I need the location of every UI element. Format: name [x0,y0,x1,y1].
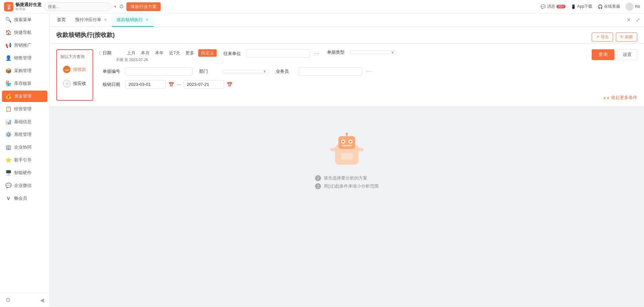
date-tabs: 上月 本月 本年 近7天 更多 自定义 [125,49,217,57]
message-btn[interactable]: 💬 消息 99+ [541,4,566,9]
filter-row-1: 日期 上月 本月 本年 近7天 更多 自定义 [103,49,637,62]
user-name: Rit [635,4,640,9]
top-bar-actions: 💬 消息 99+ 📱 App下载 🎧 在线客服 Rit [541,3,640,11]
counterpart-input[interactable] [246,49,310,58]
sidebar-item-hardware[interactable]: 🖥️ 智能硬件 [0,166,49,179]
collapse-panel-btn[interactable]: 《 [96,50,103,57]
sidebar-item-finance[interactable]: 💰 资金管理 [2,91,47,102]
verify-date-end-input[interactable] [184,80,224,89]
sidebar-bottom: ⚙ ◀ [0,293,49,307]
sidebar-item-basic[interactable]: 📊 基础信息 [0,115,49,128]
search-input[interactable] [44,2,111,11]
sidebar-item-system[interactable]: ⚙️ 系统管理 [0,128,49,141]
date-tab-7days[interactable]: 近7天 [168,49,181,57]
tab-home-label: 首页 [57,17,66,23]
sidebar-item-guide[interactable]: ⭐ 新手引导 [0,154,49,166]
query-method-panel: 按以下方查询 💳 按收款 ⊙ 按应收 [56,49,93,101]
refresh-icon: ↻ [620,35,624,39]
verify-date-start-input[interactable] [125,80,166,89]
empty-text: 1 请先选择要分析的方案 2 用[过滤]条件来缩小分析范围 [315,175,378,189]
vip-icon: V [5,196,11,201]
counterpart-label: 往来单位 [223,51,244,57]
counterpart-ellipsis[interactable]: ··· [313,50,320,57]
doctype-select[interactable]: ▾ [350,51,397,54]
date-tab-this-year[interactable]: 本年 [154,49,165,57]
docnum-input[interactable] [125,67,193,75]
tab-prepay-close[interactable]: ✕ [103,17,107,22]
sidebar-item-operations[interactable]: 📋 经营管理 [0,103,49,115]
filter-with-panel: 按以下方查询 💳 按收款 ⊙ 按应收 《 [56,49,637,101]
user-profile-btn[interactable]: Rit [626,3,640,11]
home-icon: 🏠 [5,30,11,36]
search-dropdown-icon[interactable]: ▾ [114,4,116,9]
sidebar-item-purchase[interactable]: 📦 采购管理 [0,64,49,77]
setting-btn[interactable]: 设置 [617,49,637,60]
sidebar-collapse-icon[interactable]: ◀ [40,297,44,303]
tab-home[interactable]: 首页 [52,13,70,27]
guide-icon: ⭐ [5,157,11,163]
filter-row-2: 单据编号 部门 ▾ [103,67,637,75]
date-tab-this-month[interactable]: 本月 [140,49,151,57]
page-header-actions: ↗ 导出 ↻ 刷新 [592,33,637,42]
date-tab-more[interactable]: 更多 [184,49,196,57]
marketing-icon: 📢 [5,42,11,48]
tab-close-all-icon[interactable]: ✕ [625,15,632,24]
sidebar-item-quick-nav[interactable]: 🏠 快捷导航 [0,26,49,39]
calendar-end-icon[interactable]: 📅 [227,82,232,87]
sidebar-item-marketing[interactable]: 📢 营销推广 [0,39,49,52]
svg-point-5 [350,141,352,143]
basic-icon: 📊 [5,119,11,125]
dept-filter: 部门 ▾ [199,68,269,74]
collapse-more-btn[interactable]: ∧∧ 收起更多条件 [603,95,637,101]
online-service-btn[interactable]: 🎧 在线客服 [598,4,620,9]
sidebar-label-purchase: 采购管理 [14,68,32,74]
sidebar-label-quick-nav: 快捷导航 [14,30,32,36]
query-method-by-receipt[interactable]: 💳 按收款 [60,64,89,75]
filter-area: 按以下方查询 💳 按收款 ⊙ 按应收 《 [50,44,644,106]
svg-rect-1 [338,136,355,149]
date-tab-custom[interactable]: 自定义 [198,49,217,57]
sidebar-item-wechat[interactable]: 💬 企业微信 [0,179,49,192]
tab-prepay[interactable]: 预付冲应付单 ✕ [70,13,112,27]
page-title: 收款核销执行(按收款) [56,31,115,43]
collapse-more-label: 收起更多条件 [611,95,637,101]
sidebar-item-vip[interactable]: V 畅会员 [0,192,49,205]
query-btn[interactable]: 查询 [592,49,614,60]
sidebar-settings-icon[interactable]: ⚙ [5,296,11,304]
tab-prepay-label: 预付冲应付单 [75,17,101,23]
export-label: 导出 [601,34,609,40]
svg-point-8 [346,133,348,135]
docnum-label: 单据编号 [103,68,123,74]
query-method-by-payable[interactable]: ⊙ 按应收 [60,78,89,89]
dept-select[interactable]: ▾ [222,70,269,73]
search-icon: 🔍 [5,17,11,23]
empty-hint-1: 1 请先选择要分析的方案 [315,175,378,181]
calendar-start-icon[interactable]: 📅 [168,82,174,87]
sidebar-item-inventory[interactable]: 🏪 库存核算 [0,77,49,90]
app-download-btn[interactable]: 📱 App下载 [571,4,592,9]
industry-btn[interactable]: 体验行业方案 [126,2,161,11]
date-tab-last-month[interactable]: 上月 [125,49,137,57]
operations-icon: 📋 [5,106,11,112]
sidebar-label-vip: 畅会员 [14,195,27,201]
robot-svg [328,133,365,170]
payable-method-icon: ⊙ [63,80,70,87]
online-service-label: 在线客服 [604,4,620,9]
refresh-btn[interactable]: ↻ 刷新 [616,33,637,42]
staff-ellipsis[interactable]: ··· [365,68,373,75]
staff-input[interactable] [299,67,362,75]
main-layout: 🔍 搜索菜单 🏠 快捷导航 📢 营销推广 👤 销售管理 📦 采购管理 🏪 库存核… [0,13,644,307]
sidebar-item-search-menu[interactable]: 🔍 搜索菜单 [0,13,49,26]
svg-rect-11 [341,153,353,160]
empty-illustration [328,133,365,170]
doctype-filter: 单据类型 ▾ [327,49,397,55]
sidebar-item-enterprise[interactable]: 🏢 企业协同 [0,141,49,154]
export-btn[interactable]: ↗ 导出 [592,33,613,42]
settings-icon[interactable]: ⚙ [119,3,124,10]
tab-receive-close[interactable]: ✕ [145,17,149,22]
sidebar-item-sales[interactable]: 👤 销售管理 [0,52,49,64]
app-download-label: App下载 [577,4,592,9]
tab-fullscreen-icon[interactable]: ⤢ [634,15,641,24]
sidebar-label-wechat: 企业微信 [14,183,32,189]
tab-receive[interactable]: 收款核销执行 ✕ [112,13,154,27]
